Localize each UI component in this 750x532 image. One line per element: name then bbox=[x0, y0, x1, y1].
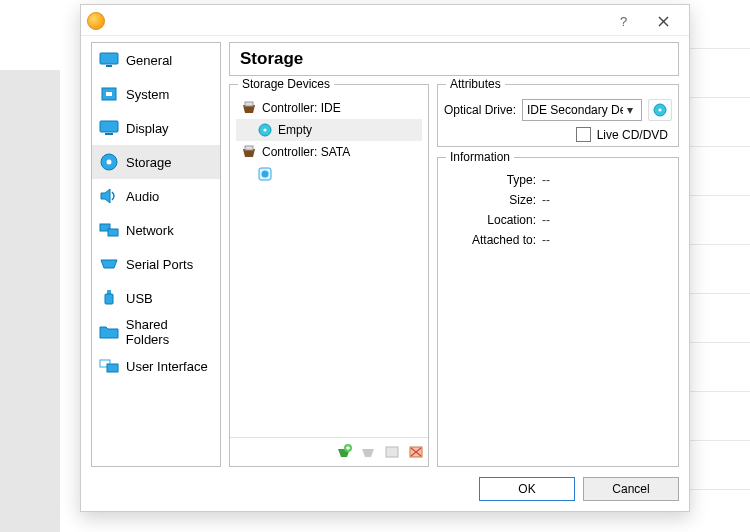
cancel-button[interactable]: Cancel bbox=[583, 477, 679, 501]
svg-rect-14 bbox=[105, 294, 113, 304]
tree-sata-disk[interactable] bbox=[236, 163, 422, 185]
speaker-icon bbox=[98, 187, 120, 205]
choose-disk-button[interactable] bbox=[648, 99, 672, 121]
sidebar-item-shared-folders[interactable]: Shared Folders bbox=[92, 315, 220, 349]
background-panel-left bbox=[0, 70, 60, 532]
storage-tree-toolbar bbox=[230, 437, 428, 466]
live-cd-label: Live CD/DVD bbox=[597, 128, 668, 142]
info-row-location: Location: -- bbox=[444, 210, 672, 230]
svg-rect-4 bbox=[106, 65, 112, 67]
svg-rect-8 bbox=[105, 133, 113, 135]
svg-point-19 bbox=[263, 128, 266, 131]
close-icon bbox=[658, 16, 669, 27]
chip-icon bbox=[98, 85, 120, 103]
sidebar-item-user-interface[interactable]: User Interface bbox=[92, 349, 220, 383]
sidebar-item-usb[interactable]: USB bbox=[92, 281, 220, 315]
svg-rect-20 bbox=[245, 146, 253, 150]
sidebar-item-audio[interactable]: Audio bbox=[92, 179, 220, 213]
svg-rect-24 bbox=[386, 447, 398, 457]
sidebar-item-general[interactable]: General bbox=[92, 43, 220, 77]
remove-attachment-icon bbox=[408, 444, 424, 460]
optical-drive-label: Optical Drive: bbox=[444, 103, 516, 117]
help-icon: ? bbox=[617, 14, 629, 28]
tree-controller-ide[interactable]: Controller: IDE bbox=[236, 97, 422, 119]
svg-point-10 bbox=[107, 160, 112, 165]
window-icon bbox=[98, 357, 120, 375]
titlebar: ? bbox=[81, 5, 689, 36]
sidebar-item-system[interactable]: System bbox=[92, 77, 220, 111]
titlebar-help-button[interactable]: ? bbox=[603, 9, 643, 33]
sidebar-item-label: User Interface bbox=[126, 359, 208, 374]
sidebar-item-network[interactable]: Network bbox=[92, 213, 220, 247]
info-key: Location: bbox=[444, 213, 542, 227]
hdd-icon bbox=[256, 166, 274, 182]
storage-tree[interactable]: Controller: IDE Empty bbox=[236, 97, 422, 437]
display-icon bbox=[98, 119, 120, 137]
sidebar-item-serial[interactable]: Serial Ports bbox=[92, 247, 220, 281]
tree-label: Controller: IDE bbox=[262, 101, 341, 115]
titlebar-close-button[interactable] bbox=[643, 9, 683, 33]
info-value: -- bbox=[542, 173, 550, 187]
info-key: Size: bbox=[444, 193, 542, 207]
page-title-box: Storage bbox=[229, 42, 679, 76]
info-value: -- bbox=[542, 233, 550, 247]
disc-icon bbox=[653, 103, 667, 117]
sidebar-item-label: Network bbox=[126, 223, 174, 238]
sidebar-item-label: Audio bbox=[126, 189, 159, 204]
info-value: -- bbox=[542, 213, 550, 227]
remove-attachment-button[interactable] bbox=[406, 442, 426, 462]
app-icon bbox=[87, 12, 105, 30]
serial-port-icon bbox=[98, 255, 120, 273]
tree-ide-empty[interactable]: Empty bbox=[236, 119, 422, 141]
svg-rect-16 bbox=[107, 364, 118, 372]
page-title: Storage bbox=[240, 49, 668, 69]
optical-drive-value: IDE Secondary Devic bbox=[527, 103, 623, 117]
settings-dialog: ? General bbox=[80, 4, 690, 512]
sidebar-item-label: System bbox=[126, 87, 169, 102]
info-key: Type: bbox=[444, 173, 542, 187]
sidebar-item-display[interactable]: Display bbox=[92, 111, 220, 145]
attributes-label: Attributes bbox=[446, 77, 505, 91]
usb-icon bbox=[98, 289, 120, 307]
sidebar-item-label: Display bbox=[126, 121, 169, 136]
info-key: Attached to: bbox=[444, 233, 542, 247]
background-lines-right bbox=[690, 0, 750, 532]
storage-disk-icon bbox=[98, 153, 120, 171]
svg-text:?: ? bbox=[620, 14, 627, 28]
sidebar-item-label: Shared Folders bbox=[126, 317, 214, 347]
network-icon bbox=[98, 221, 120, 239]
controller-icon bbox=[240, 100, 258, 116]
svg-rect-3 bbox=[100, 53, 118, 64]
controller-icon bbox=[240, 144, 258, 160]
folder-icon bbox=[98, 323, 120, 341]
attributes-group: Attributes Optical Drive: IDE Secondary … bbox=[437, 84, 679, 147]
tree-controller-sata[interactable]: Controller: SATA bbox=[236, 141, 422, 163]
disc-icon bbox=[256, 122, 274, 138]
tree-label: Empty bbox=[278, 123, 312, 137]
info-row-size: Size: -- bbox=[444, 190, 672, 210]
add-attachment-icon bbox=[384, 444, 400, 460]
remove-controller-button[interactable] bbox=[358, 442, 378, 462]
live-cd-checkbox[interactable] bbox=[576, 127, 591, 142]
svg-point-29 bbox=[658, 108, 661, 111]
optical-drive-select[interactable]: IDE Secondary Devic ▾ bbox=[522, 99, 642, 121]
storage-devices-label: Storage Devices bbox=[238, 77, 334, 91]
add-controller-button[interactable] bbox=[334, 442, 354, 462]
svg-rect-7 bbox=[100, 121, 118, 132]
ok-button[interactable]: OK bbox=[479, 477, 575, 501]
sidebar-item-storage[interactable]: Storage bbox=[92, 145, 220, 179]
svg-point-22 bbox=[262, 171, 269, 178]
sidebar-item-label: USB bbox=[126, 291, 153, 306]
information-group: Information Type: -- Size: -- bbox=[437, 157, 679, 467]
info-value: -- bbox=[542, 193, 550, 207]
add-attachment-button[interactable] bbox=[382, 442, 402, 462]
dialog-footer: OK Cancel bbox=[81, 471, 689, 511]
sidebar-item-label: General bbox=[126, 53, 172, 68]
svg-rect-12 bbox=[108, 229, 118, 236]
monitor-icon bbox=[98, 51, 120, 69]
info-row-attached: Attached to: -- bbox=[444, 230, 672, 250]
information-label: Information bbox=[446, 150, 514, 164]
svg-rect-6 bbox=[106, 92, 112, 96]
settings-sidebar: General System Display bbox=[91, 42, 221, 467]
svg-rect-13 bbox=[107, 290, 111, 294]
